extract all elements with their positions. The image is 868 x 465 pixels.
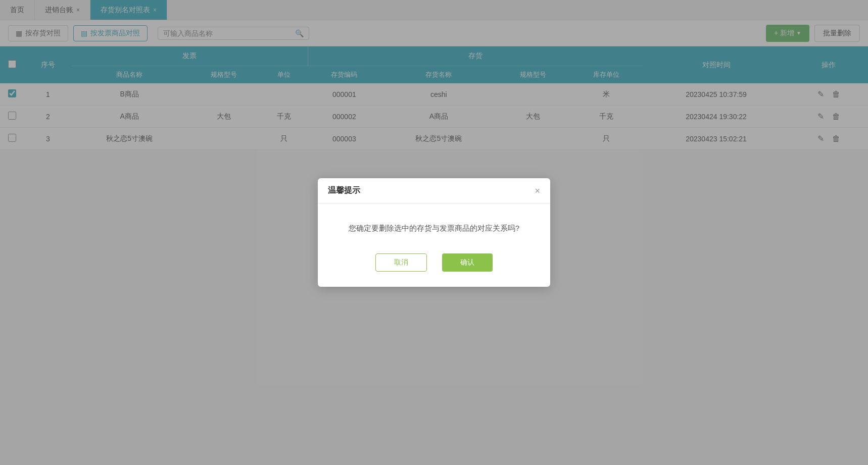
overlay: 温馨提示 × 您确定要删除选中的存货与发票商品的对应关系吗? 取消 确认 — [0, 0, 868, 150]
